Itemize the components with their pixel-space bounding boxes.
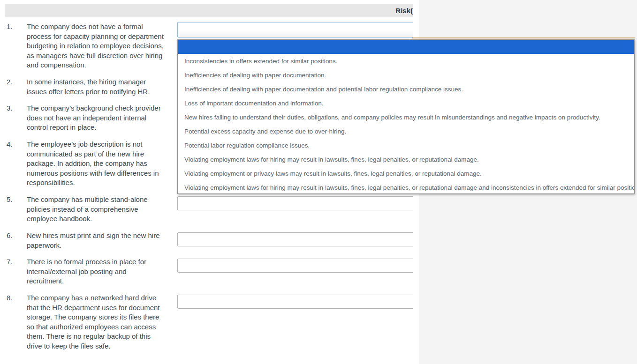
question-text: The company has a networked hard drive t…: [27, 293, 164, 351]
question-row-2: 2. In some instances, the hiring manager…: [7, 77, 164, 97]
dropdown-option[interactable]: Violating employment laws for hiring may…: [178, 180, 634, 194]
question-number: 6.: [7, 231, 27, 250]
question-text: New hires must print and sign the new hi…: [27, 231, 164, 250]
dropdown-option[interactable]: Inefficiencies of dealing with paper doc…: [178, 68, 634, 82]
dropdown-menu: Inconsistencies in offers extended for s…: [177, 39, 635, 194]
dropdown-option[interactable]: Violating employment or privacy laws may…: [178, 166, 634, 180]
risk-select-5[interactable]: [177, 196, 413, 210]
question-text: The company has multiple stand-alone pol…: [27, 195, 164, 224]
question-row-5: 5. The company has multiple stand-alone …: [7, 195, 164, 224]
question-row-8: 8. The company has a networked hard driv…: [7, 293, 164, 351]
question-row-1: 1. The company does not have a formal pr…: [7, 22, 164, 70]
question-row-4: 4. The employee’s job description is not…: [7, 140, 164, 188]
dropdown-option[interactable]: Inefficiencies of dealing with paper doc…: [178, 82, 634, 96]
question-row-6: 6. New hires must print and sign the new…: [7, 231, 164, 250]
dropdown-top-border: [412, 37, 635, 38]
question-number: 2.: [7, 77, 27, 97]
dropdown-option[interactable]: Potential labor regulation compliance is…: [178, 138, 634, 152]
question-text: The company’s background check provider …: [27, 104, 164, 133]
risk-select-7[interactable]: [177, 259, 413, 273]
risk-select-8[interactable]: [177, 295, 413, 309]
question-number: 3.: [7, 104, 27, 133]
question-text: In some instances, the hiring manager is…: [27, 77, 164, 97]
question-number: 4.: [7, 140, 27, 188]
dropdown-option[interactable]: Potential excess capacity and expense du…: [178, 124, 634, 138]
dropdown-option[interactable]: Violating employment laws for hiring may…: [178, 152, 634, 166]
question-number: 7.: [7, 257, 27, 286]
risk-select-6[interactable]: [177, 232, 413, 246]
question-row-7: 7. There is no formal process in place f…: [7, 257, 164, 286]
question-number: 8.: [7, 293, 27, 351]
dropdown-option[interactable]: Inconsistencies in offers extended for s…: [178, 54, 634, 68]
question-text: The company does not have a formal proce…: [27, 22, 164, 70]
dropdown-option-selected[interactable]: [178, 40, 634, 54]
question-number: 5.: [7, 195, 27, 224]
question-number: 1.: [7, 22, 27, 70]
dropdown-option[interactable]: Loss of important documentation and info…: [178, 96, 634, 110]
question-text: The employee’s job description is not co…: [27, 140, 164, 188]
risk-select-1[interactable]: [177, 22, 413, 37]
dropdown-option[interactable]: New hires failing to understand their du…: [178, 110, 634, 124]
question-text: There is no formal process in place for …: [27, 257, 164, 286]
question-row-3: 3. The company’s background check provid…: [7, 104, 164, 133]
